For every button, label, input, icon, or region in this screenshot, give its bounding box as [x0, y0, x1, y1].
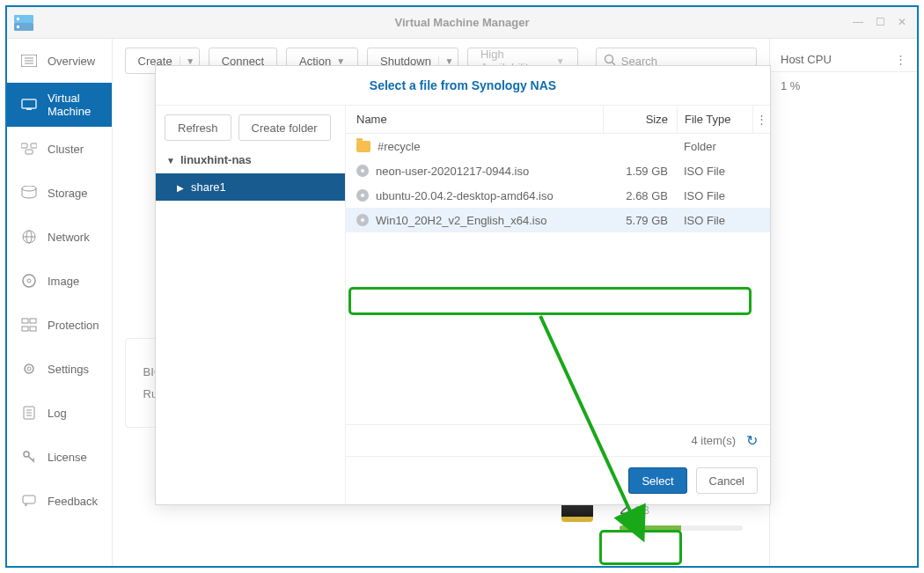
sidebar-item-label: License — [48, 451, 87, 464]
sidebar-item-label: Protection — [48, 319, 99, 332]
sidebar-item-label: Image — [48, 275, 79, 288]
svg-point-17 — [23, 275, 35, 287]
cancel-button[interactable]: Cancel — [696, 467, 758, 494]
sidebar-item-label: Network — [48, 231, 90, 244]
sidebar-item-label: Log — [48, 407, 67, 420]
key-icon — [21, 449, 37, 465]
sidebar-item-cluster[interactable]: Cluster — [7, 127, 112, 171]
overview-icon — [21, 53, 37, 69]
sidebar-item-image[interactable]: Image — [7, 259, 112, 303]
file-size: 2.68 GB — [603, 189, 677, 202]
col-type[interactable]: File Type — [677, 106, 752, 133]
sidebar-item-storage[interactable]: Storage — [7, 171, 112, 215]
sidebar-item-label: Virtual Machine — [48, 92, 112, 118]
sidebar: Overview Virtual Machine Cluster Storage… — [7, 39, 113, 566]
image-icon — [21, 273, 37, 289]
chevron-right-icon: ▶ — [177, 183, 184, 193]
app-title: Virtual Machine Manager — [7, 16, 917, 29]
svg-rect-21 — [22, 327, 28, 331]
sidebar-item-label: Cluster — [48, 143, 84, 156]
svg-rect-32 — [23, 496, 35, 503]
file-row[interactable]: ubuntu-20.04.2-desktop-amd64.iso2.68 GBI… — [346, 183, 770, 208]
tree-item-share1[interactable]: ▶share1 — [156, 173, 345, 201]
refresh-button[interactable]: Refresh — [165, 114, 231, 141]
memory-unit: GB — [634, 504, 649, 517]
file-row[interactable]: Win10_20H2_v2_English_x64.iso5.79 GBISO … — [346, 208, 770, 232]
file-type: ISO File — [677, 189, 752, 202]
gear-icon — [21, 361, 37, 377]
close-icon[interactable]: ✕ — [898, 16, 906, 28]
cluster-icon — [21, 141, 37, 157]
svg-rect-20 — [30, 319, 36, 323]
col-size[interactable]: Size — [603, 106, 677, 133]
sidebar-item-log[interactable]: Log — [7, 391, 112, 435]
more-icon[interactable]: ⋮ — [752, 106, 770, 133]
sidebar-item-label: Overview — [48, 55, 95, 68]
sidebar-item-protection[interactable]: Protection — [7, 303, 112, 347]
file-size: 1.59 GB — [603, 165, 677, 178]
refresh-icon[interactable]: ↻ — [746, 432, 758, 449]
sidebar-item-label: Storage — [48, 187, 88, 200]
svg-rect-8 — [22, 99, 36, 108]
folder-icon — [356, 141, 370, 152]
sidebar-item-network[interactable]: Network — [7, 215, 112, 259]
file-name: neon-user-20201217-0944.iso — [376, 165, 529, 178]
titlebar: Virtual Machine Manager — ☐ ✕ — [7, 7, 917, 39]
file-type: ISO File — [677, 165, 752, 178]
svg-rect-11 — [31, 143, 37, 148]
select-button[interactable]: Select — [628, 467, 686, 494]
create-folder-button[interactable]: Create folder — [238, 114, 331, 141]
chevron-down-icon: ▼ — [556, 56, 565, 66]
more-icon[interactable]: ⋮ — [895, 53, 906, 66]
svg-point-33 — [605, 55, 612, 62]
memory-bar — [620, 525, 743, 531]
chevron-down-icon: ▼ — [336, 56, 345, 66]
log-icon — [21, 405, 37, 421]
vm-icon — [21, 97, 37, 113]
host-cpu-title: Host CPU — [781, 53, 832, 66]
sidebar-item-label: Feedback — [48, 495, 98, 508]
sidebar-item-virtual-machine[interactable]: Virtual Machine — [7, 83, 112, 127]
svg-point-24 — [27, 367, 31, 371]
file-size: 5.79 GB — [603, 214, 677, 227]
file-type: ISO File — [677, 214, 752, 227]
svg-point-23 — [25, 364, 33, 373]
svg-rect-9 — [26, 108, 32, 110]
file-name: #recycle — [378, 140, 420, 153]
chevron-down-icon[interactable]: ▼ — [438, 56, 454, 66]
sidebar-item-label: Settings — [48, 363, 89, 376]
right-panel: Host CPU ⋮ 1 % — [769, 39, 917, 566]
chevron-down-icon[interactable]: ▼ — [180, 56, 195, 66]
feedback-icon — [21, 493, 37, 509]
file-name: ubuntu-20.04.2-desktop-amd64.iso — [376, 189, 554, 202]
storage-icon — [21, 185, 37, 201]
col-name[interactable]: Name — [346, 113, 603, 126]
file-list-header: Name Size File Type ⋮ — [346, 106, 770, 134]
svg-rect-19 — [22, 319, 28, 323]
file-name: Win10_20H2_v2_English_x64.iso — [376, 214, 546, 227]
disc-icon — [356, 189, 369, 202]
svg-point-18 — [27, 279, 31, 283]
svg-rect-12 — [26, 150, 33, 154]
dialog-title: Select a file from Synology NAS — [156, 66, 770, 105]
sidebar-item-license[interactable]: License — [7, 435, 112, 479]
svg-line-34 — [612, 62, 615, 65]
tree-root[interactable]: ▼linuxhint-nas — [156, 146, 345, 173]
protection-icon — [21, 317, 37, 333]
network-icon — [21, 229, 37, 245]
svg-rect-22 — [30, 327, 36, 331]
file-row[interactable]: neon-user-20201217-0944.iso1.59 GBISO Fi… — [346, 158, 770, 183]
sidebar-item-feedback[interactable]: Feedback — [7, 479, 112, 523]
sidebar-item-overview[interactable]: Overview — [7, 39, 112, 83]
item-count: 4 item(s) — [691, 434, 736, 447]
host-cpu-value: 1 % — [781, 79, 800, 92]
file-list: #recycleFolderneon-user-20201217-0944.is… — [346, 134, 770, 424]
sidebar-item-settings[interactable]: Settings — [7, 347, 112, 391]
file-row[interactable]: #recycleFolder — [346, 134, 770, 158]
maximize-icon[interactable]: ☐ — [876, 16, 885, 28]
file-select-dialog: Select a file from Synology NAS Refresh … — [155, 65, 771, 505]
chevron-down-icon: ▼ — [166, 156, 175, 165]
svg-line-31 — [33, 459, 34, 460]
file-type: Folder — [677, 140, 752, 153]
minimize-icon[interactable]: — — [853, 16, 863, 28]
